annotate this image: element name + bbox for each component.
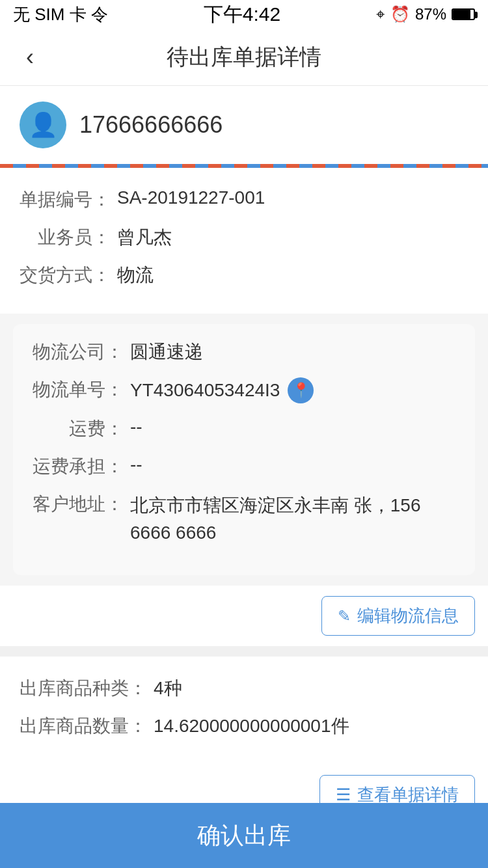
goods-quantity-value: 14.620000000000001件	[154, 714, 349, 739]
order-number-value: SA-20191227-001	[117, 187, 468, 208]
delivery-method-row: 交货方式： 物流	[20, 263, 468, 288]
tracking-number-row: 物流单号： YT43064053424I3 📍	[26, 377, 462, 403]
order-info-section: 单据编号： SA-20191227-001 业务员： 曾凡杰 交货方式： 物流	[0, 168, 488, 314]
edit-logistics-label: 编辑物流信息	[357, 604, 459, 627]
logistics-company-row: 物流公司： 圆通速递	[26, 340, 462, 364]
freight-bearer-row: 运费承担： --	[26, 454, 462, 479]
freight-label: 运费：	[26, 416, 124, 441]
edit-logistics-section: ✎ 编辑物流信息	[0, 586, 488, 646]
freight-value: --	[130, 416, 462, 437]
address-row: 客户地址： 北京市市辖区海淀区永丰南 张，156 6666 6666	[26, 492, 462, 547]
delivery-method-value: 物流	[117, 263, 468, 288]
status-right: ⌖ ⏰ 87%	[376, 5, 475, 23]
freight-row: 运费： --	[26, 416, 462, 441]
freight-bearer-value: --	[130, 454, 462, 475]
address-label: 客户地址：	[26, 492, 124, 517]
goods-type-label: 出库商品种类：	[20, 676, 147, 701]
delivery-method-label: 交货方式：	[20, 263, 111, 288]
nav-bar: ‹ 待出库单据详情	[0, 29, 488, 86]
confirm-button-label: 确认出库	[197, 820, 291, 852]
order-number-label: 单据编号：	[20, 187, 111, 212]
goods-quantity-row: 出库商品数量： 14.620000000000001件	[20, 714, 468, 739]
status-time: 下午4:42	[204, 1, 280, 28]
goods-type-row: 出库商品种类： 4种	[20, 676, 468, 701]
status-left: 无 SIM 卡 令	[13, 3, 108, 26]
goods-quantity-label: 出库商品数量：	[20, 714, 147, 739]
address-value: 北京市市辖区海淀区永丰南 张，156 6666 6666	[130, 492, 462, 547]
battery-icon	[452, 8, 475, 20]
location-status-icon: ⌖	[376, 5, 385, 23]
edit-icon: ✎	[338, 607, 351, 625]
sim-status: 无 SIM 卡 令	[13, 3, 108, 26]
customer-phone: 17666666666	[79, 111, 223, 139]
avatar: 👤	[20, 102, 66, 148]
status-bar: 无 SIM 卡 令 下午4:42 ⌖ ⏰ 87%	[0, 0, 488, 29]
avatar-icon: 👤	[29, 111, 58, 139]
goods-section: 出库商品种类： 4种 出库商品数量： 14.620000000000001件	[0, 657, 488, 765]
location-pin-icon[interactable]: 📍	[288, 377, 314, 403]
order-number-row: 单据编号： SA-20191227-001	[20, 187, 468, 212]
alarm-icon: ⏰	[390, 5, 410, 23]
content-area: 👤 17666666666 单据编号： SA-20191227-001 业务员：…	[0, 86, 488, 868]
page-title: 待出库单据详情	[167, 42, 321, 72]
freight-bearer-label: 运费承担：	[26, 454, 124, 479]
goods-type-value: 4种	[154, 676, 182, 701]
sales-person-row: 业务员： 曾凡杰	[20, 225, 468, 250]
edit-logistics-button[interactable]: ✎ 编辑物流信息	[321, 596, 475, 636]
customer-section: 👤 17666666666	[0, 86, 488, 164]
confirm-button[interactable]: 确认出库	[0, 803, 488, 868]
battery-level: 87%	[415, 5, 446, 23]
logistics-company-label: 物流公司：	[26, 340, 124, 364]
logistics-card: 物流公司： 圆通速递 物流单号： YT43064053424I3 📍 运费： -…	[13, 324, 475, 575]
tracking-number-label: 物流单号：	[26, 377, 124, 402]
gray-separator	[0, 646, 488, 657]
logistics-company-value: 圆通速递	[130, 340, 462, 364]
sales-person-value: 曾凡杰	[117, 225, 468, 250]
sales-person-label: 业务员：	[20, 225, 111, 250]
back-button[interactable]: ‹	[20, 37, 40, 77]
tracking-number-value: YT43064053424I3 📍	[130, 377, 462, 403]
view-details-icon: ☰	[336, 785, 351, 805]
